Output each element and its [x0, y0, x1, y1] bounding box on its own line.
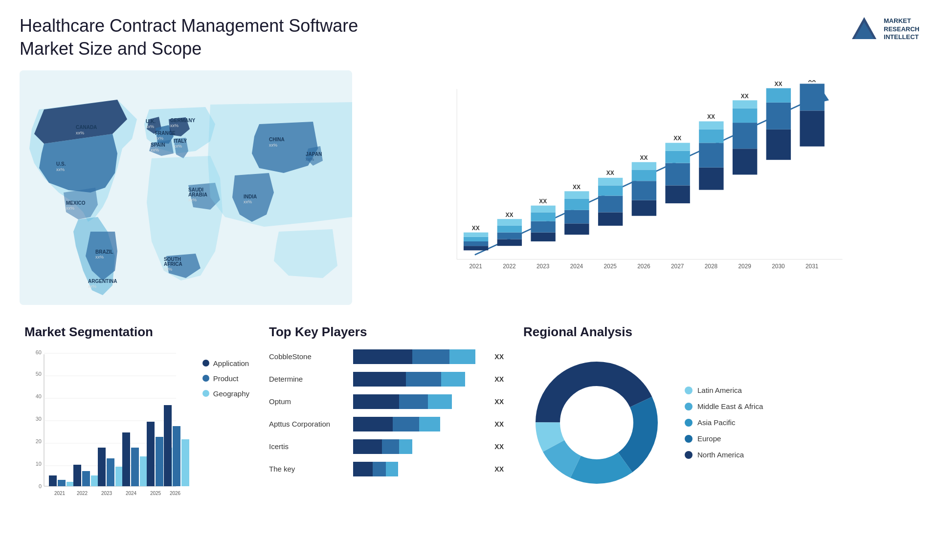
player-row: Optum XX: [269, 394, 504, 409]
legend-label-product: Product: [213, 374, 239, 383]
logo-icon: [850, 15, 879, 44]
player-bar: [353, 462, 485, 476]
svg-rect-74: [699, 167, 723, 190]
player-value: XX: [494, 398, 504, 406]
regional-legend-label: Europe: [697, 434, 721, 443]
svg-rect-72: [665, 143, 690, 151]
svg-text:AFRICA: AFRICA: [164, 261, 182, 267]
players-title: Top Key Players: [269, 324, 504, 340]
svg-text:2021: 2021: [54, 491, 66, 496]
svg-text:xx%: xx%: [174, 144, 182, 149]
svg-rect-76: [699, 129, 723, 142]
svg-text:xx%: xx%: [56, 167, 65, 172]
svg-rect-82: [733, 100, 757, 108]
donut-chart: [523, 349, 670, 496]
svg-rect-121: [73, 465, 81, 486]
svg-rect-81: [733, 108, 757, 122]
svg-rect-52: [531, 205, 555, 212]
svg-rect-119: [67, 482, 74, 486]
svg-rect-122: [82, 471, 90, 486]
svg-rect-129: [122, 432, 130, 486]
svg-rect-45: [497, 232, 522, 239]
legend-label-geography: Geography: [213, 389, 249, 398]
svg-rect-88: [800, 110, 824, 146]
regional-legend-item: Middle East & Africa: [685, 402, 763, 410]
bar-chart-container: XX XX XX XX: [362, 70, 919, 305]
page-title: Healthcare Contract Management Software …: [20, 15, 362, 61]
player-row: The key XX: [269, 462, 504, 476]
player-value: XX: [494, 353, 504, 361]
svg-text:FRANCE: FRANCE: [155, 130, 176, 136]
svg-text:2027: 2027: [671, 263, 684, 270]
segmentation-container: Market Segmentation 0 10 20 30 40 5: [20, 320, 254, 560]
svg-text:xx%: xx%: [244, 199, 252, 204]
legend-item-geography: Geography: [202, 389, 249, 398]
svg-text:xx%: xx%: [151, 148, 159, 152]
legend-item-product: Product: [202, 374, 249, 383]
map-container: CANADA xx% U.S. xx% MEXICO xx% BRAZIL xx…: [20, 70, 352, 305]
regional-legend-label: Asia Pacific: [697, 418, 736, 427]
segmentation-title: Market Segmentation: [24, 324, 249, 340]
svg-rect-57: [564, 191, 589, 199]
svg-rect-89: [800, 84, 824, 110]
svg-rect-40: [464, 241, 488, 246]
regional-legend-label: North America: [697, 451, 744, 459]
svg-text:2024: 2024: [570, 263, 583, 270]
player-bar: [353, 439, 485, 454]
svg-rect-66: [632, 170, 656, 181]
logo-text: MARKET RESEARCH INTELLECT: [884, 17, 919, 42]
page-container: Healthcare Contract Management Software …: [0, 0, 939, 560]
svg-text:MEXICO: MEXICO: [66, 200, 86, 206]
world-map: CANADA xx% U.S. xx% MEXICO xx% BRAZIL xx…: [20, 70, 352, 305]
seg-2026: 2026: [161, 349, 191, 516]
svg-rect-139: [181, 439, 189, 486]
segmentation-inner: 0 10 20 30 40 50 60: [24, 349, 249, 517]
svg-text:2031: 2031: [805, 263, 819, 270]
legend-dot-geography: [202, 390, 209, 397]
players-container: Top Key Players CobbleStone XX Determine: [264, 320, 509, 560]
svg-text:ARGENTINA: ARGENTINA: [88, 279, 117, 284]
svg-rect-117: [49, 475, 57, 486]
regional-legend-item: Latin America: [685, 386, 763, 394]
player-bar: [353, 394, 485, 409]
svg-rect-137: [164, 405, 172, 486]
legend-dot-product: [202, 375, 209, 382]
player-value: XX: [494, 443, 504, 451]
svg-rect-123: [91, 475, 99, 486]
svg-rect-70: [665, 163, 690, 185]
regional-legend: Latin America Middle East & Africa Asia …: [685, 386, 763, 459]
svg-rect-42: [464, 232, 488, 237]
regional-legend-dot: [685, 419, 693, 427]
svg-text:2021: 2021: [469, 263, 482, 270]
bottom-section: Market Segmentation 0 10 20 30 40 5: [20, 320, 919, 560]
svg-text:XX: XX: [505, 211, 513, 218]
top-section: CANADA xx% U.S. xx% MEXICO xx% BRAZIL xx…: [20, 70, 919, 305]
svg-text:BRAZIL: BRAZIL: [95, 249, 113, 255]
svg-text:20: 20: [36, 438, 42, 444]
svg-text:2022: 2022: [77, 491, 88, 496]
player-bar: [353, 417, 485, 431]
svg-text:2023: 2023: [537, 263, 550, 270]
svg-rect-118: [58, 480, 66, 486]
svg-text:U.K.: U.K.: [146, 119, 156, 124]
player-name: CobbleStone: [269, 352, 347, 361]
svg-text:2029: 2029: [738, 263, 751, 270]
legend-label-application: Application: [213, 359, 249, 367]
regional-legend-item: North America: [685, 451, 763, 459]
regional-legend-dot: [685, 403, 693, 410]
svg-text:SPAIN: SPAIN: [151, 142, 165, 148]
svg-rect-41: [464, 237, 488, 241]
svg-text:xx%: xx%: [95, 255, 104, 259]
svg-text:CHINA: CHINA: [269, 137, 285, 142]
svg-rect-133: [147, 422, 155, 486]
svg-text:XX: XX: [472, 225, 480, 232]
svg-text:2028: 2028: [705, 263, 718, 270]
svg-text:10: 10: [36, 461, 42, 467]
svg-rect-79: [733, 149, 757, 174]
player-name: Apttus Corporation: [269, 420, 347, 428]
svg-text:xx%: xx%: [155, 136, 163, 141]
svg-rect-50: [531, 221, 555, 232]
player-name: Determine: [269, 375, 347, 383]
svg-rect-59: [598, 212, 623, 226]
regional-legend-dot: [685, 451, 693, 459]
